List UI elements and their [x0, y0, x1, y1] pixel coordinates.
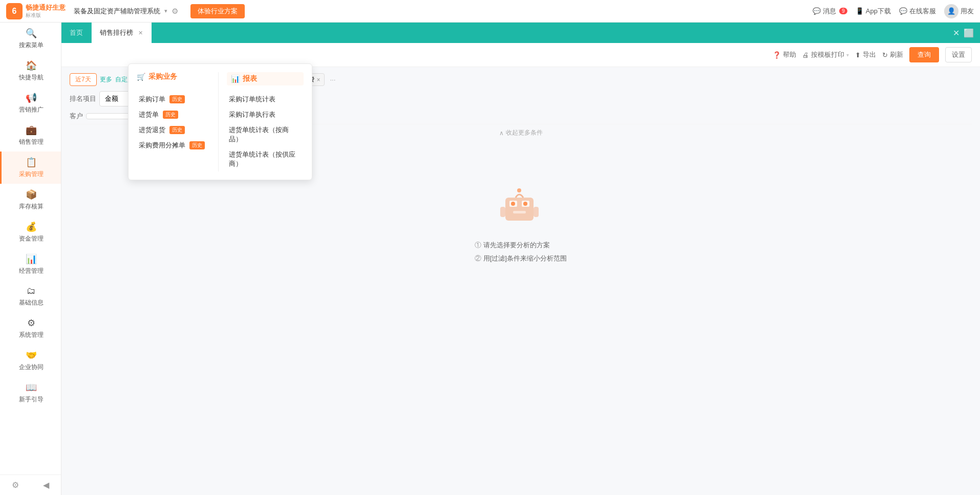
sidebar-item-marketing[interactable]: 📢 营销推广 — [0, 87, 61, 119]
svg-point-8 — [517, 188, 521, 192]
search-icon: 🔍 — [26, 28, 37, 39]
logo-sub: 标准版 — [26, 12, 66, 18]
message-item[interactable]: 💬 消息 9 — [813, 7, 847, 16]
refresh-button[interactable]: ↻ 刷新 — [882, 50, 903, 59]
sidebar: 🔍 搜索菜单 🏠 快捷导航 📢 营销推广 💼 销售管理 📋 采购管理 📦 库存核… — [0, 23, 61, 495]
dropdown-purchase-inbound[interactable]: 进货单 历史 — [137, 107, 214, 122]
message-label: 消息 — [823, 7, 836, 16]
sidebar-item-purchase[interactable]: 📋 采购管理 — [0, 152, 61, 184]
gear-icon[interactable]: ⚙ — [172, 7, 178, 16]
content-area: 首页 销售排行榜 ✕ ✕ ⬜ ❓ 帮助 🖨 按模板打印 — [61, 23, 980, 495]
dropdown-cols: 🛒 采购业务 采购订单 历史 进货单 历史 进货退货 — [137, 72, 304, 171]
report-title-text: 报表 — [243, 74, 257, 83]
goods-more-dots[interactable]: ··· — [330, 76, 335, 83]
main-layout: 🔍 搜索菜单 🏠 快捷导航 📢 营销推广 💼 销售管理 📋 采购管理 📦 库存核… — [0, 23, 980, 495]
svg-rect-7 — [534, 207, 539, 217]
query-button[interactable]: 查询 — [909, 47, 939, 62]
message-icon: 💬 — [813, 7, 821, 15]
dropdown-purchase-order[interactable]: 采购订单 历史 — [137, 92, 214, 107]
user-label: 用友 — [961, 7, 974, 16]
empty-icon — [495, 182, 546, 228]
sidebar-item-search[interactable]: 🔍 搜索菜单 — [0, 23, 61, 55]
rank-value: 金额 — [105, 94, 118, 103]
tab-sales-rank-label: 销售排行榜 — [100, 28, 133, 37]
purchase-inbound-hist: 历史 — [163, 111, 178, 119]
header-system-name: 装备及固定资产辅助管理系统 ▾ ⚙ 体验行业方案 — [74, 4, 813, 18]
sidebar-item-enterprise[interactable]: 🤝 企业协同 — [0, 345, 61, 377]
system-name-arrow[interactable]: ▾ — [164, 8, 167, 14]
sidebar-item-finance[interactable]: 💰 资金管理 — [0, 216, 61, 248]
header-right: 💬 消息 9 📱 App下载 💬 在线客服 👤 用友 — [813, 4, 974, 18]
avatar: 👤 — [944, 4, 958, 18]
date-more-link[interactable]: 更多 — [100, 75, 112, 84]
report-inbound-goods-label: 进货单统计表（按商品） — [229, 125, 302, 144]
sidebar-bottom: ⚙ ◀ — [0, 475, 61, 495]
customer-label: 客户 — [70, 112, 83, 121]
solution-button[interactable]: 体验行业方案 — [190, 4, 245, 18]
finance-icon: 💰 — [26, 221, 37, 232]
print-label: 按模板打印 — [811, 50, 844, 59]
sidebar-item-basic-info[interactable]: 🗂 基础信息 — [0, 281, 61, 312]
sidebar-label-marketing: 营销推广 — [19, 105, 44, 114]
user-item[interactable]: 👤 用友 — [944, 4, 974, 18]
purchase-cost-label: 采购费用分摊单 — [139, 141, 185, 150]
tab-bar-maximize[interactable]: ⬜ — [964, 28, 974, 38]
enterprise-icon: 🤝 — [26, 350, 37, 361]
empty-tip-2: 用[过滤]条件来缩小分析范围 — [483, 254, 567, 262]
tab-home[interactable]: 首页 — [61, 23, 92, 43]
purchase-icon: 📋 — [26, 157, 37, 168]
tab-bar-close-x[interactable]: ✕ — [953, 28, 960, 38]
tab-close-icon[interactable]: ✕ — [138, 30, 143, 36]
dropdown-purchase-cost[interactable]: 采购费用分摊单 历史 — [137, 138, 214, 153]
purchase-inbound-label: 进货单 — [139, 110, 159, 119]
top-header: 6 畅捷通好生意 标准版 装备及固定资产辅助管理系统 ▾ ⚙ 体验行业方案 💬 … — [0, 0, 980, 23]
goods-tag-remove[interactable]: × — [316, 76, 320, 83]
dropdown-report-order-exec[interactable]: 采购订单执行表 — [227, 107, 304, 122]
sidebar-collapse-icon[interactable]: ◀ — [43, 480, 49, 490]
service-icon: 💬 — [899, 7, 907, 15]
report-order-stat-label: 采购订单统计表 — [229, 95, 275, 104]
collapse-text: 收起更多条件 — [506, 128, 543, 137]
sidebar-item-quick-nav[interactable]: 🏠 快捷导航 — [0, 55, 61, 87]
print-icon: 🖨 — [802, 51, 809, 59]
print-button[interactable]: 🖨 按模板打印 ▾ — [802, 50, 849, 59]
dropdown-purchase-return[interactable]: 进货退货 历史 — [137, 122, 214, 138]
help-button[interactable]: ❓ 帮助 — [773, 50, 796, 59]
online-service-item[interactable]: 💬 在线客服 — [899, 7, 936, 16]
sidebar-item-system[interactable]: ⚙ 系统管理 — [0, 312, 61, 345]
sidebar-settings-icon[interactable]: ⚙ — [12, 480, 19, 490]
settings-button[interactable]: 设置 — [945, 47, 972, 62]
export-button[interactable]: ⬆ 导出 — [855, 50, 876, 59]
guide-icon: 📖 — [26, 382, 37, 393]
purchase-return-hist: 历史 — [169, 126, 185, 134]
sidebar-label-inventory: 库存核算 — [19, 202, 44, 211]
purchase-title-text: 采购业务 — [148, 72, 177, 81]
report-order-exec-label: 采购订单执行表 — [229, 110, 275, 119]
rank-label: 排名项目 — [70, 94, 96, 103]
sidebar-item-guide[interactable]: 📖 新手引导 — [0, 377, 61, 409]
report-inbound-supplier-label: 进货单统计表（按供应商） — [229, 150, 302, 168]
dropdown-report-order-stat[interactable]: 采购订单统计表 — [227, 92, 304, 107]
sidebar-item-operations[interactable]: 📊 经营管理 — [0, 248, 61, 281]
svg-rect-0 — [505, 198, 534, 221]
logo-text: 畅捷通好生意 标准版 — [26, 4, 66, 19]
svg-rect-5 — [513, 211, 526, 213]
message-badge: 9 — [839, 8, 847, 14]
dropdown-report-inbound-goods[interactable]: 进货单统计表（按商品） — [227, 122, 304, 147]
date-tab-7days[interactable]: 近7天 — [70, 73, 97, 86]
help-icon: ❓ — [773, 51, 781, 59]
report-menu-icon: 📊 — [231, 75, 240, 83]
dropdown-purchase-title: 🛒 采购业务 — [137, 72, 214, 85]
app-download-item[interactable]: 📱 App下载 — [856, 7, 891, 16]
tab-sales-rank[interactable]: 销售排行榜 ✕ — [92, 23, 152, 43]
dropdown-report-col: 📊 报表 采购订单统计表 采购订单执行表 进货单统计表（按商品） — [218, 72, 304, 171]
dropdown-report-inbound-supplier[interactable]: 进货单统计表（按供应商） — [227, 147, 304, 171]
dropdown-purchase-col: 🛒 采购业务 采购订单 历史 进货单 历史 进货退货 — [137, 72, 214, 171]
sidebar-label-quick-nav: 快捷导航 — [19, 73, 44, 82]
sidebar-item-sales[interactable]: 💼 销售管理 — [0, 119, 61, 152]
sidebar-item-inventory[interactable]: 📦 库存核算 — [0, 184, 61, 216]
tab-bar-actions: ✕ ⬜ — [947, 28, 980, 38]
export-label: 导出 — [863, 50, 876, 59]
purchase-return-label: 进货退货 — [139, 125, 165, 135]
empty-tip-1: 请先选择要分析的方案 — [483, 241, 550, 249]
